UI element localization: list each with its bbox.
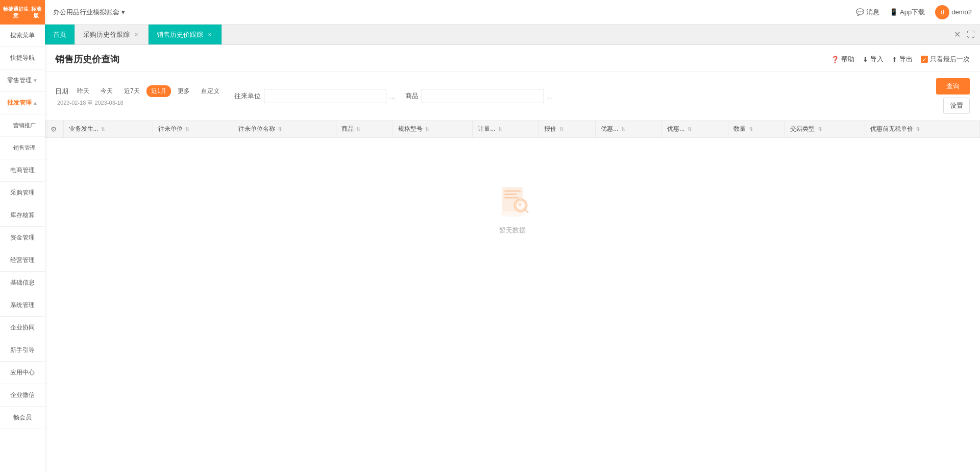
date-btn-more[interactable]: 更多 bbox=[173, 85, 194, 97]
sort-icon-product: ⇅ bbox=[356, 126, 360, 132]
phone-icon: 📱 bbox=[890, 8, 898, 16]
th-quantity[interactable]: 数量 ⇅ bbox=[728, 121, 785, 138]
th-discount1[interactable]: 优惠... ⇅ bbox=[596, 121, 662, 138]
message-icon: 💬 bbox=[856, 8, 864, 16]
tab-sales-history[interactable]: 销售历史价跟踪 × bbox=[149, 25, 222, 44]
app-logo: 畅捷通好生意 标准版 bbox=[0, 0, 45, 25]
app-download-button[interactable]: 📱 App下载 bbox=[890, 8, 925, 17]
partner-dots-button[interactable]: ... bbox=[389, 92, 395, 100]
sidebar-item-operations[interactable]: 经营管理 bbox=[0, 249, 45, 272]
only-last-checkbox-label[interactable]: ✓ 只看最后一次 bbox=[921, 55, 970, 64]
date-label: 日期 bbox=[55, 87, 68, 96]
tabbar: 首页 采购历史价跟踪 × 销售历史价跟踪 × ✕ ⛶ bbox=[45, 25, 980, 45]
sidebar-item-marketing[interactable]: 营销推广 bbox=[0, 114, 45, 137]
sidebar-item-wechat[interactable]: 企业微信 bbox=[0, 384, 45, 407]
topbar: 办公用品行业模拟账套 ▾ 💬 消息 📱 App下载 d demo2 bbox=[45, 0, 980, 25]
sort-icon-quantity: ⇅ bbox=[749, 126, 753, 132]
tab-sales-history-close[interactable]: × bbox=[206, 31, 213, 38]
sidebar-item-search[interactable]: 搜索菜单 bbox=[0, 25, 45, 47]
sort-icon-quoted-price: ⇅ bbox=[559, 126, 564, 132]
account-selector[interactable]: 办公用品行业模拟账套 ▾ bbox=[53, 8, 125, 17]
tabbar-spacer bbox=[222, 25, 949, 44]
partner-label: 往来单位 bbox=[234, 91, 261, 101]
sidebar-item-basic[interactable]: 基础信息 bbox=[0, 272, 45, 294]
import-button[interactable]: ⬇ 导入 bbox=[863, 55, 884, 64]
th-trade-type[interactable]: 交易类型 ⇅ bbox=[785, 121, 865, 138]
sort-icon-trade-type: ⇅ bbox=[818, 126, 822, 132]
th-biz-date[interactable]: 业务发生... ⇅ bbox=[63, 121, 153, 138]
sidebar-item-guide[interactable]: 新手引导 bbox=[0, 339, 45, 362]
sort-icon-discount2: ⇅ bbox=[688, 126, 692, 132]
export-button[interactable]: ⬆ 导出 bbox=[892, 55, 913, 64]
date-btn-last7days[interactable]: 近7天 bbox=[119, 85, 144, 97]
user-menu[interactable]: d demo2 bbox=[935, 5, 972, 19]
close-tab-button[interactable]: ✕ bbox=[953, 29, 962, 40]
sidebar-item-apps[interactable]: 应用中心 bbox=[0, 362, 45, 384]
svg-rect-2 bbox=[504, 190, 521, 192]
th-settings[interactable]: ⚙ bbox=[45, 121, 63, 138]
main-area: 办公用品行业模拟账套 ▾ 💬 消息 📱 App下载 d demo2 首页 采购历… bbox=[45, 0, 980, 472]
maximize-button[interactable]: ⛶ bbox=[966, 29, 976, 40]
query-button[interactable]: 查询 bbox=[936, 78, 970, 95]
empty-text: 暂无数据 bbox=[499, 226, 526, 235]
svg-rect-3 bbox=[504, 194, 517, 195]
product-filter: 商品 ... bbox=[405, 89, 553, 103]
settings-button[interactable]: 设置 bbox=[943, 98, 970, 114]
filter-actions: 查询 设置 bbox=[936, 78, 970, 114]
message-button[interactable]: 💬 消息 bbox=[856, 8, 879, 17]
sidebar-item-member[interactable]: 畅会员 bbox=[0, 407, 45, 429]
sidebar-item-inventory[interactable]: 库存核算 bbox=[0, 204, 45, 227]
sidebar-item-sales-mgmt[interactable]: 销售管理 bbox=[0, 137, 45, 159]
sidebar-item-retail[interactable]: 零售管理 ▼ bbox=[0, 69, 45, 92]
tab-purchase-history[interactable]: 采购历史价跟踪 × bbox=[75, 25, 149, 44]
date-btn-last1month[interactable]: 近1月 bbox=[146, 85, 172, 97]
th-pretax-price[interactable]: 优惠前无税单价 ⇅ bbox=[865, 121, 979, 138]
page-content: 销售历史价查询 ❓ 帮助 ⬇ 导入 ⬆ 导出 ✓ 只看最后一次 bbox=[45, 45, 980, 472]
import-icon: ⬇ bbox=[863, 56, 868, 63]
table-container: ⚙ 业务发生... ⇅ 往来单位 ⇅ 往来单位名称 ⇅ bbox=[45, 121, 980, 472]
sidebar-item-system[interactable]: 系统管理 bbox=[0, 294, 45, 317]
product-dots-button[interactable]: ... bbox=[547, 92, 553, 100]
th-product[interactable]: 商品 ⇅ bbox=[336, 121, 393, 138]
date-btn-custom[interactable]: 自定义 bbox=[197, 85, 224, 97]
page-title: 销售历史价查询 bbox=[55, 53, 119, 65]
sidebar-item-purchase[interactable]: 采购管理 bbox=[0, 182, 45, 204]
sort-icon-partner-code: ⇅ bbox=[185, 126, 189, 132]
partner-input[interactable] bbox=[264, 89, 386, 103]
filter-bar: 日期 昨天 今天 近7天 近1月 更多 自定义 2023-02-18 至 202… bbox=[45, 72, 980, 121]
th-spec[interactable]: 规格型号 ⇅ bbox=[393, 121, 473, 138]
th-discount2[interactable]: 优惠... ⇅ bbox=[662, 121, 728, 138]
sidebar-item-enterprise[interactable]: 企业协同 bbox=[0, 317, 45, 339]
tabbar-controls: ✕ ⛶ bbox=[949, 25, 980, 44]
sort-icon-unit: ⇅ bbox=[498, 126, 502, 132]
column-settings-icon[interactable]: ⚙ bbox=[51, 125, 57, 133]
sidebar-item-ecommerce[interactable]: 电商管理 bbox=[0, 159, 45, 182]
date-btn-today[interactable]: 今天 bbox=[96, 85, 117, 97]
sort-icon-spec: ⇅ bbox=[425, 126, 429, 132]
th-unit[interactable]: 计量... ⇅ bbox=[473, 121, 539, 138]
help-button[interactable]: ❓ 帮助 bbox=[831, 55, 854, 64]
empty-state: 暂无数据 bbox=[45, 138, 980, 276]
only-last-checkbox[interactable]: ✓ bbox=[921, 56, 928, 63]
wholesale-expand-icon: ▲ bbox=[33, 100, 38, 107]
th-partner-name[interactable]: 往来单位名称 ⇅ bbox=[233, 121, 336, 138]
product-input[interactable] bbox=[422, 89, 544, 103]
export-icon: ⬆ bbox=[892, 56, 897, 63]
date-btn-yesterday[interactable]: 昨天 bbox=[72, 85, 94, 97]
date-filter-group: 日期 昨天 今天 近7天 近1月 更多 自定义 bbox=[55, 85, 224, 97]
data-table: ⚙ 业务发生... ⇅ 往来单位 ⇅ 往来单位名称 ⇅ bbox=[45, 121, 980, 138]
svg-rect-4 bbox=[504, 197, 519, 198]
tab-home[interactable]: 首页 bbox=[45, 25, 75, 44]
sidebar-item-finance[interactable]: 资金管理 bbox=[0, 227, 45, 249]
filter-date-section: 日期 昨天 今天 近7天 近1月 更多 自定义 2023-02-18 至 202… bbox=[55, 85, 224, 107]
topbar-title: 办公用品行业模拟账套 ▾ bbox=[53, 8, 856, 17]
retail-expand-icon: ▼ bbox=[33, 77, 38, 84]
th-quoted-price[interactable]: 报价 ⇅ bbox=[539, 121, 596, 138]
topbar-actions: 💬 消息 📱 App下载 d demo2 bbox=[856, 5, 972, 19]
th-partner-code[interactable]: 往来单位 ⇅ bbox=[153, 121, 233, 138]
sidebar-item-wholesale[interactable]: 批发管理 ▲ bbox=[0, 92, 45, 114]
sidebar: 畅捷通好生意 标准版 搜索菜单 快捷导航 零售管理 ▼ 批发管理 ▲ 营销推广 … bbox=[0, 0, 45, 472]
sidebar-item-quick-nav[interactable]: 快捷导航 bbox=[0, 47, 45, 69]
help-icon: ❓ bbox=[831, 56, 839, 63]
tab-purchase-history-close[interactable]: × bbox=[133, 31, 140, 38]
